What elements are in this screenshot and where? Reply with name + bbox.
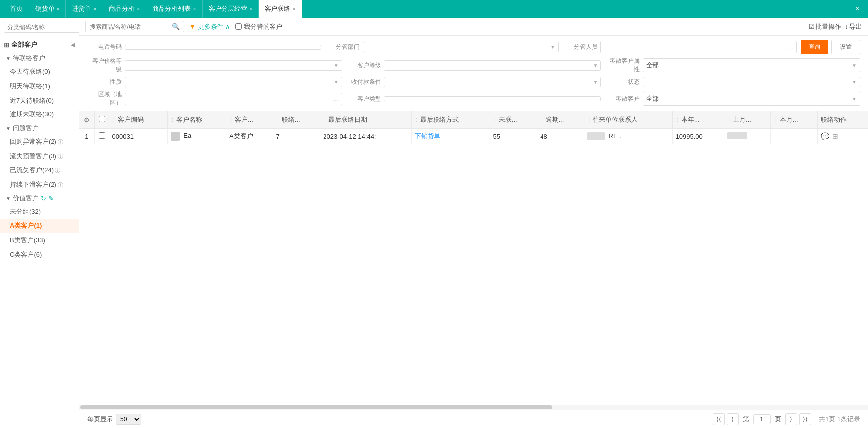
price-level-dropdown[interactable]: ▼ [125,60,342,71]
sidebar-item-class-c[interactable]: C类客户(6) [0,248,79,262]
dropdown-arrow: ▼ [593,63,597,68]
field-customer-type: 客户类型 [346,95,601,103]
col-code[interactable]: : 客户编码 [109,111,167,129]
col-overdue[interactable]: : 逾期... [537,111,584,129]
sidebar-item-overdue[interactable]: 逾期未联络(30) [0,107,79,122]
group-pending-contact[interactable]: ▼ 待联络客户 [0,52,79,65]
customer-type-input[interactable] [384,96,601,101]
dropdown-arrow: ▼ [550,44,555,50]
row-checkbox[interactable] [99,132,105,139]
footer: 每页显示 50 100 ⟨⟨ ⟨ 第 页 ⟩ ⟩⟩ 共1页 1条记录 [79,410,868,428]
field-dept: 分管部门 ▼ [325,42,559,52]
nav-close-product-list[interactable]: × [193,6,196,12]
col-last-month[interactable]: : 上月... [724,111,771,129]
col-separator: : [494,116,496,123]
nav-close-customer-tier[interactable]: × [249,6,252,12]
contact-method-link[interactable]: 下销货单 [415,132,440,140]
col-this-year[interactable]: : 本年... [672,111,724,129]
sidebar-item-class-a[interactable]: A类客户(1) [0,219,79,233]
payment-dropdown[interactable]: ▼ [384,77,601,87]
sidebar-item-ungrouped[interactable]: 未分组(32) [0,205,79,219]
nav-product-analysis[interactable]: 商品分析 × [103,0,146,18]
col-separator: : [416,116,418,123]
sidebar-item-churn-warning[interactable]: 流失预警客户(3) ⓘ [0,149,79,163]
content-area: 🔍 ▼ 更多条件 ∧ 我分管的客户 ☑ 批量操作 ↓ 导出 [79,18,868,428]
all-customers-header[interactable]: ⊞ 全部客户 ◀ [0,37,79,52]
nav-close-product-analysis[interactable]: × [137,6,140,12]
refresh-icon[interactable]: ↻ [41,195,46,202]
scrollbar-thumb[interactable] [80,405,552,409]
app-close-btn[interactable]: × [850,2,864,16]
group-problem-customers[interactable]: ▼ 问题客户 [0,122,79,135]
nav-customer-contact[interactable]: 客户联络 × [259,0,302,18]
next-page-btn[interactable]: ⟩ [785,413,797,425]
nav-close-purchase[interactable]: × [93,6,96,12]
group-value-customers[interactable]: ▼ 价值客户 ↻ ✎ [0,192,79,205]
col-separator: : [541,116,543,123]
col-gear[interactable]: ⚙ [79,111,94,129]
status-label: 状态 [605,78,640,86]
col-last-date[interactable]: : 最后联络日期 [320,111,412,129]
sidebar-item-today[interactable]: 今天待联络(0) [0,65,79,79]
sidebar-search-input[interactable] [4,22,79,33]
manager-input[interactable]: … [600,41,797,53]
retail-dropdown[interactable]: 全部 ▼ [643,92,860,106]
sidebar-item-declining[interactable]: 持续下滑客户(2) ⓘ [0,178,79,192]
manager-label: 分管人员 [563,43,597,51]
prev-page-btn[interactable]: ⟨ [727,413,739,425]
qr-icon[interactable]: ⊞ [832,132,838,140]
customer-level-dropdown[interactable]: ▼ [384,60,601,71]
edit-icon[interactable]: ✎ [48,195,54,202]
arrow-icon: ▼ [6,126,11,131]
horizontal-scrollbar[interactable] [79,405,868,410]
col-last-method[interactable]: : 最后联络方式 [412,111,490,129]
sidebar-item-tomorrow[interactable]: 明天待联络(1) [0,79,79,94]
dept-dropdown[interactable]: ▼ [363,42,559,52]
nav-close-customer-contact[interactable]: × [292,6,295,12]
col-type[interactable]: : 客户... [226,111,273,129]
first-page-btn[interactable]: ⟨⟨ [713,413,725,425]
sidebar-item-7days[interactable]: 近7天待联络(0) [0,94,79,108]
select-all-checkbox[interactable] [99,116,105,122]
sidebar-item-repurchase-abnormal[interactable]: 回购异常客户(2) ⓘ [0,135,79,149]
export-btn[interactable]: ↓ 导出 [845,22,863,31]
sidebar-item-class-b[interactable]: B类客户(33) [0,233,79,248]
sidebar-item-churned[interactable]: 已流失客户(24) ⓘ [0,163,79,178]
my-customers-checkbox[interactable] [235,23,242,30]
col-no-contact[interactable]: : 未联... [490,111,537,129]
filter-more-btn[interactable]: ▼ 更多条件 ∧ [188,22,231,31]
nav-product-list[interactable]: 商品分析列表 × [146,0,202,18]
nav-sales[interactable]: 销货单 × [29,0,66,18]
col-contact-count[interactable]: : 联络... [273,111,320,129]
filter-search-icon[interactable]: 🔍 [172,23,180,30]
last-page-btn[interactable]: ⟩⟩ [799,413,811,425]
phone-input[interactable] [125,45,321,50]
settings-btn[interactable]: 设置 [831,40,860,54]
nature-dropdown[interactable]: ▼ [125,77,342,87]
nav-customer-tier[interactable]: 客户分层经营 × [203,0,259,18]
filter-search-input[interactable] [90,23,172,30]
batch-ops-btn[interactable]: ☑ 批量操作 [809,22,841,31]
status-dropdown[interactable]: ▼ [643,77,860,87]
col-separator: : [277,116,279,123]
col-contact-person[interactable]: : 往来单位联系人 [584,111,672,129]
main-layout: 🔍 ⊞ 全部客户 ◀ ▼ 待联络客户 今天待联络(0) 明天待联络(1) 近7天… [0,18,868,428]
per-page-select[interactable]: 50 100 [116,414,141,425]
customer-table: ⚙ : 客户编码 : 客户名称 [79,111,868,144]
customer-type-label: 客户类型 [346,95,381,103]
gear-icon[interactable]: ⚙ [84,116,90,124]
nav-close-sales[interactable]: × [56,6,59,12]
message-icon[interactable]: 💬 [821,132,829,140]
footer-right: ⟨⟨ ⟨ 第 页 ⟩ ⟩⟩ 共1页 1条记录 [713,413,860,425]
col-this-month[interactable]: : 本月... [771,111,818,129]
nav-purchase[interactable]: 进货单 × [66,0,103,18]
nav-home[interactable]: 首页 [4,0,29,18]
retail-attr-dropdown[interactable]: 全部 ▼ [643,58,860,72]
col-name[interactable]: : 客户名称 [167,111,226,129]
adv-filter-row-4: 区域（地区） … 客户类型 零散客户 全部 ▼ [87,90,860,107]
field-payment: 收付款条件 ▼ [346,77,601,87]
query-btn[interactable]: 查询 [801,40,828,54]
region-input[interactable]: … [125,93,342,105]
page-input[interactable] [753,414,771,424]
sidebar-collapse-btn[interactable]: ◀ [71,42,75,48]
